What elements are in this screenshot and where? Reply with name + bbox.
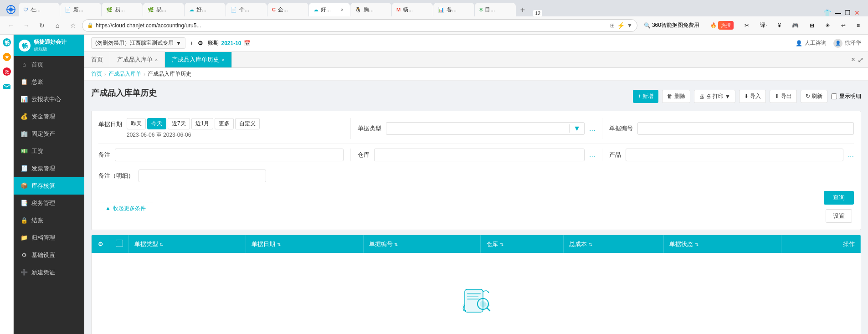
new-tab-button[interactable]: + xyxy=(516,4,529,16)
content-tab-list-close-icon[interactable]: × xyxy=(155,57,158,62)
collapse-btn[interactable]: ▲ 收起更多条件 xyxy=(98,202,153,215)
col-settings[interactable]: ⚙ xyxy=(92,235,110,253)
back-button[interactable]: ← xyxy=(5,19,17,32)
sidebar-item-home[interactable]: ⌂ 首页 xyxy=(14,56,84,73)
grid-btn[interactable]: ⊞ xyxy=(806,19,818,32)
browser-tab-11[interactable]: 📊 各... xyxy=(433,3,474,16)
content-tab-history-close-icon[interactable]: × xyxy=(221,57,224,62)
sidebar-item-settings[interactable]: ⚙ 基础设置 xyxy=(14,247,84,264)
game-btn[interactable]: 🎮 xyxy=(788,19,802,32)
lightning-icon[interactable]: ⚡ xyxy=(617,22,625,29)
currency-btn[interactable]: ¥ xyxy=(774,19,785,32)
select-all-checkbox[interactable] xyxy=(116,240,123,247)
content-tab-list[interactable]: 产成品入库单 × xyxy=(110,52,165,67)
sidebar-item-salary[interactable]: 💵 工资 xyxy=(14,143,84,160)
col-type[interactable]: 单据类型 ⇅ xyxy=(128,235,246,253)
date-btn-custom[interactable]: 自定义 xyxy=(235,118,260,129)
content-tab-home[interactable]: 首页 xyxy=(84,52,110,67)
date-btn-1month[interactable]: 近1月 xyxy=(191,118,214,129)
col-number[interactable]: 单据编号 ⇅ xyxy=(363,235,481,253)
sidebar-item-invoice[interactable]: 🧾 发票管理 xyxy=(14,160,84,177)
history-btn[interactable]: ↩ xyxy=(837,19,849,32)
date-btn-more[interactable]: 更多 xyxy=(215,118,234,129)
export-button[interactable]: ⬆ 导出 xyxy=(770,90,796,103)
dropdown-arrow-icon[interactable]: ▼ xyxy=(627,22,632,29)
browser-tab-6[interactable]: 📄 个... xyxy=(226,3,267,16)
panel-close-icon[interactable]: × xyxy=(851,56,855,64)
home-button[interactable]: ⌂ xyxy=(51,19,64,32)
sidebar-item-ledger[interactable]: 📋 总账 xyxy=(14,73,84,91)
remark-filter-input[interactable] xyxy=(115,149,344,161)
hot-search-btn[interactable]: 🔥 热搜 xyxy=(707,19,737,32)
content-tab-history[interactable]: 产成品入库单历史 × xyxy=(165,52,231,67)
warehouse-filter-input[interactable] xyxy=(374,149,585,161)
browser-tab-8[interactable]: ☁ 好... × xyxy=(309,3,350,16)
window-restore-icon[interactable]: ❐ xyxy=(845,9,851,16)
forward-button[interactable]: → xyxy=(20,19,33,32)
sidebar-item-tax[interactable]: 📑 税务管理 xyxy=(14,195,84,212)
col-status[interactable]: 单据状态 ⇅ xyxy=(663,235,781,253)
col-warehouse[interactable]: 仓库 ⇅ xyxy=(481,235,564,253)
date-btn-today[interactable]: 今天 xyxy=(147,118,166,129)
type-filter-select[interactable]: ▼ xyxy=(386,122,585,135)
sidebar-item-inventory[interactable]: 📦 库存核算 xyxy=(14,177,84,195)
settings-query-button[interactable]: 设置 xyxy=(826,209,852,223)
add-button[interactable]: + 新增 xyxy=(633,90,658,103)
browser-tab-5[interactable]: ☁ 好... xyxy=(185,3,226,16)
window-close-icon[interactable]: ✕ xyxy=(854,9,860,16)
refresh-button[interactable]: ↻ 刷新 xyxy=(801,90,827,103)
col-cost[interactable]: 总成本 ⇅ xyxy=(564,235,664,253)
scissors-btn[interactable]: ✂ xyxy=(741,19,753,32)
browser-tab-3[interactable]: 🌿 易... xyxy=(102,3,143,16)
bookmark-button[interactable]: ☆ xyxy=(67,19,79,32)
product-filter-input[interactable] xyxy=(626,149,843,161)
window-minimize-icon[interactable]: — xyxy=(835,9,841,16)
sidebar-item-fixed[interactable]: 🏢 固定资产 xyxy=(14,125,84,143)
browser-tab-2[interactable]: 📄 新... xyxy=(60,3,101,16)
sidebar-item-close[interactable]: 🔒 结账 xyxy=(14,212,84,229)
add-company-btn[interactable]: + xyxy=(190,40,194,46)
sidebar-item-archive[interactable]: 📁 归档管理 xyxy=(14,229,84,247)
panel-expand-icon[interactable]: ⤢ xyxy=(858,56,863,64)
window-shirt-icon[interactable]: 👕 xyxy=(823,9,831,16)
warehouse-filter-dots[interactable]: ... xyxy=(589,151,595,159)
breadcrumb-home[interactable]: 首页 xyxy=(91,70,102,78)
sidebar-item-fund[interactable]: 💰 资金管理 xyxy=(14,108,84,125)
apps-icon[interactable]: ⊞ xyxy=(610,22,615,29)
breadcrumb-list[interactable]: 产成品入库单 xyxy=(108,70,141,78)
date-btn-7days[interactable]: 近7天 xyxy=(168,118,190,129)
browser-tab-10[interactable]: M 畅... xyxy=(392,3,433,16)
display-toggle-checkbox[interactable] xyxy=(831,93,837,99)
settings-btn-browser[interactable]: ≡ xyxy=(853,19,863,32)
sidebar-item-report[interactable]: 📊 云报表中心 xyxy=(14,91,84,108)
col-checkbox[interactable] xyxy=(110,235,128,253)
reload-button[interactable]: ↻ xyxy=(36,19,48,32)
calendar-icon[interactable]: 📅 xyxy=(244,40,251,46)
browser-tab-12[interactable]: S 目... xyxy=(475,3,516,16)
browser-tab-1[interactable]: 🛡 在... xyxy=(19,3,60,16)
app-icon-chanjet[interactable]: 畅 xyxy=(1,37,12,48)
import-button[interactable]: ⬇ 导入 xyxy=(739,90,766,103)
print-button[interactable]: 🖨 🖨 打印 ▼ xyxy=(694,90,735,103)
col-date[interactable]: 单据日期 ⇅ xyxy=(246,235,364,253)
detail-remark-input[interactable] xyxy=(139,170,266,182)
delete-button[interactable]: 🗑 删除 xyxy=(662,90,690,103)
customer-service-btn[interactable]: 👤 人工咨询 xyxy=(796,39,827,47)
address-bar[interactable]: 🔒 https://cloud.chanjet.com/accounting/u… xyxy=(82,19,637,32)
number-filter-input[interactable] xyxy=(637,122,854,135)
browser-tab-7[interactable]: C 企... xyxy=(267,3,308,16)
search-box[interactable]: 🔍 360智能抠图免费用 xyxy=(640,19,703,32)
browser-tab-9[interactable]: 🐧 腾... xyxy=(350,3,391,16)
date-btn-yesterday[interactable]: 昨天 xyxy=(127,118,146,129)
type-filter-dots[interactable]: ... xyxy=(589,124,595,133)
browser-tab-4[interactable]: 🌿 易... xyxy=(143,3,184,16)
user-profile-btn[interactable]: 👤 徐泽华 xyxy=(833,39,861,48)
product-filter-dots[interactable]: ... xyxy=(848,151,854,159)
type-filter-dropdown-icon[interactable]: ▼ xyxy=(569,124,584,133)
query-button[interactable]: 查询 xyxy=(824,191,854,205)
app-icon-mail[interactable] xyxy=(1,81,12,92)
app-icon-weibo[interactable]: 微 xyxy=(1,66,12,77)
tab8-close-icon[interactable]: × xyxy=(339,6,345,13)
company-settings-btn[interactable]: ⚙ xyxy=(198,40,203,46)
theme-btn[interactable]: ☀ xyxy=(822,19,834,32)
